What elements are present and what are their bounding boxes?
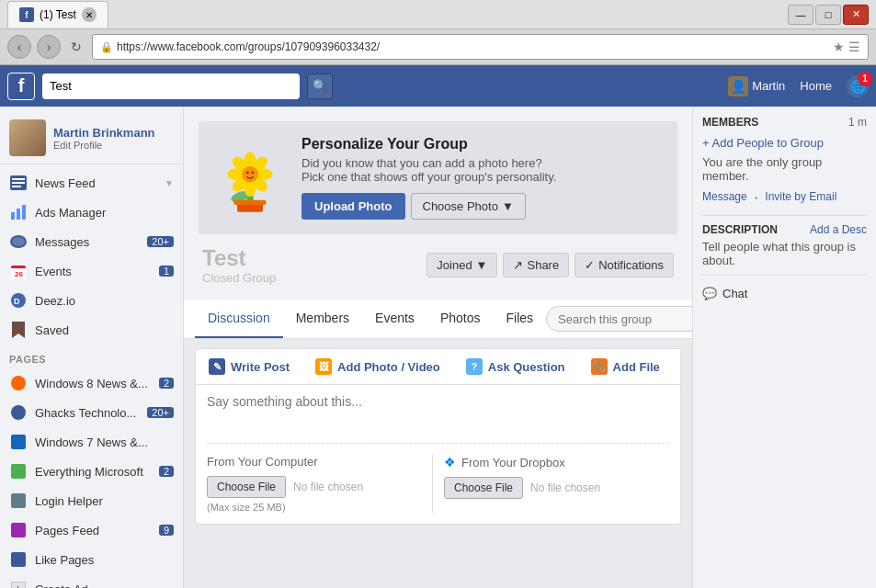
sidebar-item-messages[interactable]: Messages 20+ — [0, 227, 183, 256]
section-divider-2 — [702, 275, 867, 276]
choose-file-dropbox-btn[interactable]: Choose File — [444, 477, 523, 499]
search-this-group-input[interactable] — [546, 306, 692, 332]
sidebar-item-create-ad[interactable]: + Create Ad — [0, 574, 183, 588]
add-people-link[interactable]: + Add People to Group — [702, 136, 867, 150]
joined-btn[interactable]: Joined ▼ — [427, 253, 497, 277]
favicon: f — [19, 7, 34, 22]
ads-icon — [9, 203, 28, 221]
description-text: Tell people what this group is about. — [702, 240, 867, 267]
sidebar-item-page-0[interactable]: Windows 8 News &... 2 — [0, 368, 183, 398]
svg-rect-2 — [12, 182, 25, 184]
ask-question-icon: ? — [466, 358, 483, 375]
chat-label: Chat — [722, 287, 747, 300]
page-label: Everything Microsoft — [35, 465, 143, 479]
close-btn[interactable]: ✕ — [843, 5, 869, 25]
sidebar-item-ads-manager[interactable]: Ads Manager — [0, 198, 183, 227]
fb-logo[interactable]: f — [7, 73, 35, 100]
main-content: Personalize Your Group Did you know that… — [184, 107, 692, 588]
post-textarea[interactable] — [196, 385, 680, 440]
write-post-tab[interactable]: ✎ Write Post — [196, 349, 302, 384]
page-label: Windows 7 News &... — [35, 435, 148, 449]
tab-close-btn[interactable]: ✕ — [82, 7, 97, 22]
message-link[interactable]: Message — [702, 190, 747, 204]
fb-notifications[interactable]: 🌐 1 — [847, 75, 869, 97]
notifications-btn[interactable]: ✓ Notifications — [575, 253, 674, 277]
group-title-area: Test Closed Group — [202, 245, 276, 285]
minimize-btn[interactable]: — — [788, 5, 813, 25]
personalize-desc2: Pick one that shows off your group's per… — [301, 170, 556, 184]
sidebar-item-page-3[interactable]: Everything Microsoft 2 — [0, 457, 183, 486]
page-icon — [9, 403, 28, 422]
fb-home-btn[interactable]: Home — [792, 75, 839, 96]
sidebar-item-news-feed[interactable]: News Feed ▼ — [0, 168, 183, 198]
share-btn[interactable]: ↗ Share — [503, 253, 569, 277]
personalize-box: Personalize Your Group Did you know that… — [199, 121, 677, 234]
tab-discussion[interactable]: Discussion — [195, 300, 283, 338]
check-icon: ✓ — [585, 258, 595, 272]
svg-point-41 — [246, 171, 249, 174]
window-controls: — □ ✕ — [788, 5, 869, 25]
no-file-chosen-dropbox-text: No file chosen — [530, 481, 600, 494]
invite-by-email-link[interactable]: Invite by Email — [765, 190, 836, 204]
svg-rect-20 — [11, 493, 26, 508]
refresh-btn[interactable]: ↻ — [66, 37, 86, 57]
fb-search-input[interactable] — [42, 74, 300, 99]
sidebar-item-saved[interactable]: Saved — [0, 315, 183, 345]
page-label: Login Helper — [35, 494, 103, 508]
tab-photos[interactable]: Photos — [427, 300, 494, 338]
choose-file-btn[interactable]: Choose File — [207, 476, 286, 498]
member-links: Message · Invite by Email — [702, 190, 867, 204]
avatar — [9, 119, 46, 156]
svg-marker-15 — [12, 322, 25, 338]
svg-text:+: + — [15, 582, 21, 588]
flower-illustration — [213, 141, 287, 215]
chevron-down-icon: ▼ — [476, 258, 488, 272]
title-bar: f (1) Test ✕ — □ ✕ — [0, 0, 876, 29]
sidebar-user[interactable]: Martin Brinkmann Edit Profile — [0, 112, 183, 164]
page-badge: 20+ — [147, 407, 174, 418]
forward-btn[interactable]: › — [37, 35, 61, 59]
sidebar-item-page-6[interactable]: Like Pages — [0, 545, 183, 574]
ask-question-label: Ask Question — [488, 360, 565, 374]
sidebar-item-page-4[interactable]: Login Helper — [0, 486, 183, 515]
address-bar[interactable]: 🔒 https://www.facebook.com/groups/107909… — [92, 34, 869, 60]
tab-events[interactable]: Events — [362, 300, 427, 338]
events-badge: 1 — [159, 266, 174, 277]
tab-title: (1) Test — [40, 8, 76, 21]
address-bar-row: ‹ › ↻ 🔒 https://www.facebook.com/groups/… — [0, 29, 876, 64]
sidebar-item-page-1[interactable]: Ghacks Technolo... 20+ — [0, 398, 183, 427]
share-label: Share — [527, 258, 559, 272]
sidebar-item-label: Saved — [35, 323, 69, 337]
sidebar-item-label: Ads Manager — [35, 206, 106, 220]
news-feed-arrow: ▼ — [165, 178, 174, 188]
sidebar-item-page-2[interactable]: Windows 7 News &... — [0, 427, 183, 457]
svg-point-17 — [11, 405, 26, 420]
tab-files[interactable]: Files — [493, 300, 546, 338]
upload-photo-btn[interactable]: Upload Photo — [301, 193, 405, 220]
browser-chrome: f (1) Test ✕ — □ ✕ ‹ › ↻ 🔒 https://www.f… — [0, 0, 876, 65]
ask-question-tab[interactable]: ? Ask Question — [453, 349, 578, 384]
only-member-text: You are the only group member. — [702, 155, 867, 183]
tab-members[interactable]: Members — [283, 300, 362, 338]
maximize-btn[interactable]: □ — [815, 5, 841, 25]
personalize-desc1: Did you know that you can add a photo he… — [301, 156, 542, 170]
sidebar-item-page-5[interactable]: Pages Feed 9 — [0, 515, 183, 545]
lock-icon: 🔒 — [100, 41, 113, 53]
joined-label: Joined — [437, 258, 472, 272]
add-file-label: Add File — [613, 360, 660, 374]
edit-profile-link[interactable]: Edit Profile — [53, 140, 155, 151]
fb-search-btn[interactable]: 🔍 — [307, 74, 333, 99]
fb-user-nav[interactable]: 👤 Martin — [728, 76, 785, 96]
chat-row[interactable]: 💬 Chat — [702, 283, 867, 304]
sidebar-item-deezio[interactable]: D Deez.io — [0, 286, 183, 315]
choose-photo-btn[interactable]: Choose Photo ▼ — [411, 193, 526, 220]
add-file-tab[interactable]: 📎 Add File — [578, 349, 673, 384]
group-type: Closed Group — [202, 271, 276, 285]
events-icon: 26 — [9, 262, 28, 280]
back-btn[interactable]: ‹ — [7, 35, 31, 59]
sidebar-item-events[interactable]: 26 Events 1 — [0, 256, 183, 286]
add-description-link[interactable]: Add a Desc — [810, 223, 867, 236]
browser-tab[interactable]: f (1) Test ✕ — [7, 1, 108, 28]
page-icon — [9, 521, 28, 539]
add-photo-tab[interactable]: 🖼 Add Photo / Video — [302, 349, 453, 384]
